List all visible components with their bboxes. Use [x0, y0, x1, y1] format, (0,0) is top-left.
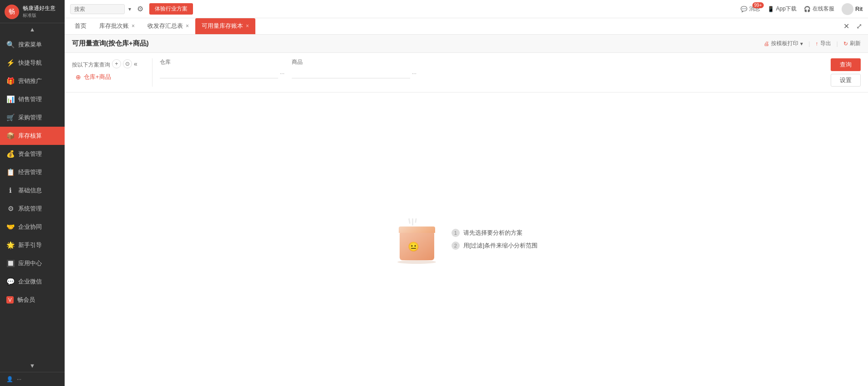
tab-batch-account-label: 库存批次账	[99, 22, 129, 30]
user-avatar	[842, 3, 853, 15]
app-title: 畅康通好生意	[23, 5, 56, 12]
sidebar-item-ops[interactable]: 📋 经营管理	[0, 163, 65, 181]
sidebar-item-enterprise[interactable]: 🤝 企业协同	[0, 218, 65, 236]
sidebar-item-marketing[interactable]: 🎁 营销推广	[0, 72, 65, 90]
marketing-icon: 🎁	[6, 77, 15, 85]
gear-icon: ⚙	[137, 5, 143, 13]
sidebar: 畅 畅康通好生意 标准版 ▲ 🔍 搜索菜单 ⚡ 快捷导航 🎁 营销推广 📊 销售…	[0, 0, 65, 386]
sidebar-item-member[interactable]: V 畅会员	[0, 291, 65, 309]
sidebar-item-ent-wx[interactable]: 💬 企业微信	[0, 273, 65, 291]
sidebar-item-search[interactable]: 🔍 搜索菜单	[0, 36, 65, 54]
topbar-dropdown-btn[interactable]: ▾	[128, 6, 131, 12]
sidebar-item-inventory[interactable]: 📦 库存核算	[0, 127, 65, 145]
sidebar-item-label: 销售管理	[18, 95, 42, 103]
edit-scheme-btn[interactable]: ⊙	[123, 59, 132, 68]
template-print-btn[interactable]: 🖨 按模板打印 ▾	[764, 40, 803, 47]
tab-batch-account-close[interactable]: ×	[132, 23, 135, 29]
sidebar-item-label: 快捷导航	[18, 59, 42, 67]
app-download-btn[interactable]: 📱 App下载	[767, 5, 797, 13]
search-icon: 🔍	[6, 41, 15, 49]
topbar-gear-btn[interactable]: ⚙	[135, 4, 146, 15]
warehouse-input[interactable]	[160, 68, 278, 78]
sidebar-item-label: 新手引导	[18, 241, 42, 249]
box-face: 😐	[408, 241, 419, 252]
product-more-btn[interactable]: ···	[412, 70, 416, 77]
page-title: 可用量查询(按仓库+商品)	[72, 39, 149, 48]
hint-num-1: 1	[452, 229, 460, 237]
sales-icon: 📊	[6, 95, 15, 103]
sidebar-item-quick-nav[interactable]: ⚡ 快捷导航	[0, 54, 65, 72]
sidebar-item-purchase[interactable]: 🛒 采购管理	[0, 108, 65, 127]
tabs-bar: 首页 库存批次账 × 收发存汇总表 × 可用量库存账本 × ✕ ⤢	[65, 18, 868, 35]
industry-btn[interactable]: 体验行业方案	[149, 3, 193, 15]
tab-available-ledger-close[interactable]: ×	[246, 23, 249, 29]
warehouse-more-btn[interactable]: ···	[280, 70, 284, 77]
sidebar-item-label: 企业协同	[18, 223, 42, 231]
sidebar-bottom-label: ···	[17, 376, 21, 382]
product-field: 商品 ···	[292, 58, 416, 78]
sidebar-item-basic-info[interactable]: ℹ 基础信息	[0, 181, 65, 200]
divider1: |	[808, 40, 810, 47]
sidebar-item-label: 营销推广	[18, 77, 42, 85]
refresh-btn[interactable]: ↻ 刷新	[843, 40, 861, 47]
message-btn[interactable]: 💬 消息 99+	[741, 5, 760, 13]
sidebar-item-label: 搜索菜单	[18, 41, 42, 49]
print-dropdown-icon[interactable]: ▾	[800, 41, 803, 47]
tab-batch-account[interactable]: 库存批次账 ×	[93, 18, 141, 34]
ops-icon: 📋	[6, 168, 15, 176]
add-scheme-btn[interactable]: +	[112, 59, 121, 68]
sidebar-item-label: 畅会员	[17, 296, 35, 304]
filter-right-actions: 查询 设置	[831, 58, 861, 87]
app-logo: 畅	[5, 5, 19, 19]
sidebar-item-sys[interactable]: ⚙ 系统管理	[0, 200, 65, 218]
settings-btn[interactable]: 设置	[831, 74, 861, 87]
user-name: Rit	[855, 5, 863, 12]
hint-text-2: 用[过滤]条件来缩小分析范围	[463, 242, 538, 250]
warehouse-label: 仓库	[160, 58, 284, 66]
tab-home[interactable]: 首页	[68, 18, 93, 34]
sidebar-header: 畅 畅康通好生意 标准版	[0, 0, 65, 23]
tab-recv-summary[interactable]: 收发存汇总表 ×	[141, 18, 195, 34]
product-input[interactable]	[292, 68, 410, 78]
expand-tabs-btn[interactable]: ⤢	[853, 21, 864, 32]
query-btn[interactable]: 查询	[831, 58, 861, 71]
divider2: |	[837, 40, 838, 47]
export-btn[interactable]: ↑ 导出	[816, 40, 831, 47]
ent-wx-icon: 💬	[6, 278, 15, 286]
filter-inputs: 仓库 ··· 商品 ···	[160, 58, 827, 78]
sidebar-scroll-down[interactable]: ▼	[0, 360, 65, 372]
sidebar-item-sales[interactable]: 📊 销售管理	[0, 90, 65, 108]
filter-area: 按以下方案查询 + ⊙ « ⊕ 仓库+商品 仓库	[65, 53, 868, 93]
filter-scheme-section: 按以下方案查询 + ⊙ « ⊕ 仓库+商品	[72, 58, 145, 83]
warehouse-input-group: ···	[160, 68, 284, 78]
filter-label: 按以下方案查询	[72, 58, 110, 69]
scheme-item-label: 仓库+商品	[84, 73, 111, 81]
tab-available-ledger[interactable]: 可用量库存账本 ×	[195, 18, 255, 34]
inventory-icon: 📦	[6, 132, 15, 140]
user-btn[interactable]: Rit	[842, 3, 863, 15]
close-all-tabs-btn[interactable]: ✕	[841, 21, 852, 32]
service-label: 在线客服	[812, 5, 834, 13]
sidebar-bottom-icon: 👤	[6, 376, 13, 382]
service-btn[interactable]: 🎧 在线客服	[804, 5, 834, 13]
quick-nav-icon: ⚡	[6, 59, 15, 67]
app-title-group: 畅康通好生意 标准版	[23, 5, 56, 19]
sidebar-item-app-center[interactable]: 🔲 应用中心	[0, 254, 65, 273]
guide-icon: 🌟	[6, 241, 15, 249]
export-label: 导出	[820, 40, 831, 47]
sidebar-bottom[interactable]: 👤 ···	[0, 372, 65, 386]
scheme-icon: ⊕	[76, 73, 81, 81]
sidebar-item-label: 应用中心	[18, 259, 42, 268]
collapse-scheme-btn[interactable]: «	[134, 60, 137, 67]
app-download-label: App下载	[776, 5, 797, 13]
sidebar-item-guide[interactable]: 🌟 新手引导	[0, 236, 65, 254]
sidebar-item-label: 资金管理	[18, 150, 42, 158]
scheme-item-warehouse-product[interactable]: ⊕ 仓库+商品	[72, 71, 145, 83]
tabs-right-controls: ✕ ⤢	[841, 18, 864, 34]
topbar-search-input[interactable]	[70, 4, 125, 14]
tab-recv-summary-close[interactable]: ×	[186, 23, 189, 29]
sidebar-scroll-up[interactable]: ▲	[0, 23, 65, 36]
empty-illustration: 😐	[395, 216, 441, 262]
tab-home-label: 首页	[75, 22, 86, 30]
sidebar-item-fund[interactable]: 💰 资金管理	[0, 145, 65, 163]
